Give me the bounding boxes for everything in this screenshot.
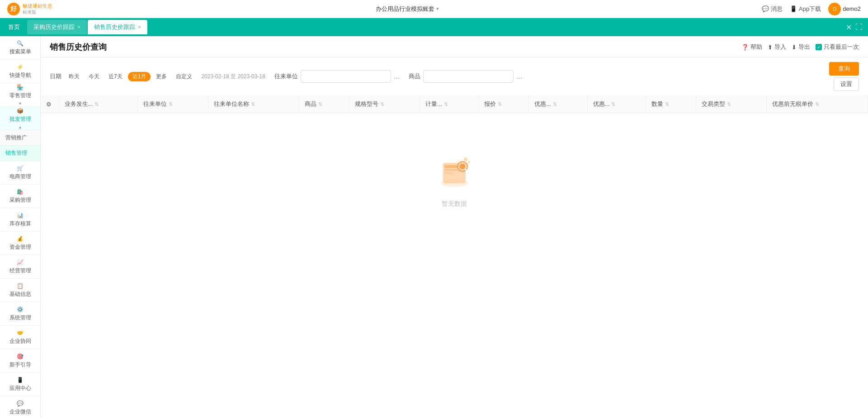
th-unit[interactable]: 计量... ⇅ xyxy=(420,95,479,113)
th-quantity[interactable]: 数量 ⇅ xyxy=(646,95,696,113)
tab-purchase-history[interactable]: 采购历史价跟踪 × xyxy=(27,20,87,34)
product-input[interactable] xyxy=(423,70,514,83)
tab-bar-actions: ✕ ⛶ xyxy=(846,23,866,32)
th-spec[interactable]: 规格型号 ⇅ xyxy=(349,95,420,113)
message-button[interactable]: 💬 消息 xyxy=(762,5,783,13)
date-btn-yesterday[interactable]: 昨天 xyxy=(65,72,83,81)
sidebar-item-wholesale-mgmt[interactable]: 📦 批发管理 ▴ xyxy=(0,107,40,130)
sort-icon-quote: ⇅ xyxy=(498,101,502,107)
close-tab-icon[interactable]: ✕ xyxy=(846,23,852,32)
wechat-icon: 💬 xyxy=(17,400,24,407)
sidebar-label-marketing: 营销推广 xyxy=(5,134,27,141)
tab-purchase-label: 采购历史价跟踪 xyxy=(33,23,75,31)
wholesale-icon: 📦 xyxy=(17,108,24,114)
maximize-icon[interactable]: ⛶ xyxy=(855,23,863,31)
sidebar-label-inventory: 库存核算 xyxy=(9,220,31,228)
sidebar-item-ecommerce[interactable]: 🛒 电商管理 xyxy=(0,161,40,185)
sidebar-sub-marketing[interactable]: 营销推广 xyxy=(0,130,40,146)
svg-rect-4 xyxy=(444,172,453,174)
sort-icon-discount1: ⇅ xyxy=(553,101,557,107)
query-button[interactable]: 查询 xyxy=(829,62,859,76)
sidebar-item-finance[interactable]: 💰 资金管理 xyxy=(0,232,40,255)
product-dots[interactable]: ... xyxy=(516,72,522,81)
sidebar-label-enterprise-wechat: 企业微信 xyxy=(9,408,31,416)
empty-state: 暂无数据 xyxy=(41,113,868,244)
partner-filter-group: 往来单位 ... xyxy=(274,70,400,83)
tab-sales-close-icon[interactable]: × xyxy=(138,24,141,30)
sidebar: 🔍 搜索菜单 ⚡ 快捷导航 🏪 零售管理 ▾ 📦 批发管理 ▴ 营销推广 销售管… xyxy=(0,36,41,418)
import-button[interactable]: ⬆ 导入 xyxy=(768,43,786,51)
message-label: 消息 xyxy=(771,5,783,13)
sidebar-item-search-menu[interactable]: 🔍 搜索菜单 xyxy=(0,36,40,60)
sort-icon-pre-tax-price: ⇅ xyxy=(815,101,819,107)
svg-rect-3 xyxy=(444,169,458,171)
export-button[interactable]: ⬇ 导出 xyxy=(792,43,810,51)
sidebar-label-enterprise-coop: 企业协同 xyxy=(9,337,31,345)
empty-illustration xyxy=(432,149,477,195)
sidebar-label-retail: 零售管理 xyxy=(9,92,31,100)
th-partner-name[interactable]: 往来单位名称 ⇅ xyxy=(208,95,299,113)
app-download-button[interactable]: 📱 App下载 xyxy=(790,5,821,13)
user-name: demo2 xyxy=(843,5,861,12)
user-profile[interactable]: D demo2 xyxy=(828,3,861,15)
sidebar-item-basic-info[interactable]: 📋 基础信息 xyxy=(0,279,40,302)
finance-icon: 💰 xyxy=(17,236,24,242)
chevron-down-icon: ▾ xyxy=(436,6,439,12)
date-btn-custom[interactable]: 自定义 xyxy=(172,72,196,81)
svg-point-8 xyxy=(464,157,467,161)
th-discount2[interactable]: 优惠... ⇅ xyxy=(587,95,646,113)
sidebar-item-inventory[interactable]: 📊 库存核算 xyxy=(0,208,40,232)
tab-purchase-close-icon[interactable]: × xyxy=(77,24,80,30)
th-partner-code[interactable]: 往来单位 ⇅ xyxy=(138,95,208,113)
sidebar-item-operations[interactable]: 📈 经营管理 xyxy=(0,255,40,279)
workspace-selector[interactable]: 办公用品行业模拟账套 ▾ xyxy=(376,5,439,13)
th-pre-tax-price[interactable]: 优惠前无税单价 ⇅ xyxy=(767,95,868,113)
only-last-checkbox-row[interactable]: ✓ 只看最后一次 xyxy=(816,43,859,51)
th-trade-type[interactable]: 交易类型 ⇅ xyxy=(696,95,767,113)
partner-input[interactable] xyxy=(301,70,391,83)
date-btn-last1m[interactable]: 近1月 xyxy=(128,72,151,81)
sidebar-label-wholesale: 批发管理 xyxy=(9,115,31,123)
sort-icon-partner-name: ⇅ xyxy=(251,101,255,107)
th-gear[interactable]: ⚙ xyxy=(41,95,59,113)
only-last-checkbox[interactable]: ✓ xyxy=(816,44,822,50)
logo-text: 畅捷通好生意 标准版 xyxy=(23,3,52,15)
sidebar-item-purchase[interactable]: 🛍️ 采购管理 xyxy=(0,185,40,208)
sidebar-item-guide[interactable]: 🎯 新手引导 xyxy=(0,349,40,373)
partner-dots[interactable]: ... xyxy=(394,72,400,81)
inventory-icon: 📊 xyxy=(17,212,24,218)
th-quote[interactable]: 报价 ⇅ xyxy=(479,95,529,113)
date-btn-today[interactable]: 今天 xyxy=(85,72,103,81)
th-biz-date[interactable]: 业务发生... ⇅ xyxy=(59,95,138,113)
date-filter-label: 日期 xyxy=(50,72,61,81)
help-button[interactable]: ❓ 帮助 xyxy=(741,43,762,51)
enterprise-coop-icon: 🤝 xyxy=(17,330,24,336)
tab-sales-label: 销售历史价跟踪 xyxy=(94,23,135,31)
top-bar-center: 办公用品行业模拟账套 ▾ xyxy=(52,5,762,13)
sidebar-item-quick-nav[interactable]: ⚡ 快捷导航 xyxy=(0,60,40,83)
product-filter-group: 商品 ... xyxy=(409,70,522,83)
table-body: 暂无数据 xyxy=(41,113,868,245)
sidebar-label-finance: 资金管理 xyxy=(9,243,31,251)
tab-home[interactable]: 首页 xyxy=(2,20,26,34)
tab-bar: 首页 采购历史价跟踪 × 销售历史价跟踪 × ✕ ⛶ xyxy=(0,18,868,36)
table-container: ⚙ 业务发生... ⇅ 往来单位 ⇅ xyxy=(41,95,868,418)
sort-icon-biz-date: ⇅ xyxy=(94,101,99,107)
th-product[interactable]: 商品 ⇅ xyxy=(299,95,349,113)
sidebar-item-system[interactable]: ⚙️ 系统管理 xyxy=(0,302,40,326)
sidebar-item-retail-mgmt[interactable]: 🏪 零售管理 ▾ xyxy=(0,83,40,107)
purchase-icon: 🛍️ xyxy=(17,189,24,195)
retail-icon: 🏪 xyxy=(17,84,24,90)
gear-icon: ⚙ xyxy=(46,101,52,108)
operations-icon: 📈 xyxy=(17,259,24,266)
date-btn-more[interactable]: 更多 xyxy=(152,72,170,81)
sidebar-sub-sales-mgmt[interactable]: 销售管理 xyxy=(0,146,40,161)
empty-text: 暂无数据 xyxy=(442,200,467,208)
tab-sales-history[interactable]: 销售历史价跟踪 × xyxy=(88,20,147,34)
sidebar-item-enterprise-coop[interactable]: 🤝 企业协同 xyxy=(0,326,40,349)
settings-button[interactable]: 设置 xyxy=(834,77,859,91)
th-discount1[interactable]: 优惠... ⇅ xyxy=(528,95,587,113)
date-btn-last7[interactable]: 近7天 xyxy=(105,72,126,81)
sidebar-item-enterprise-wechat[interactable]: 💬 企业微信 xyxy=(0,396,40,418)
sidebar-item-app-center[interactable]: 📱 应用中心 xyxy=(0,373,40,396)
